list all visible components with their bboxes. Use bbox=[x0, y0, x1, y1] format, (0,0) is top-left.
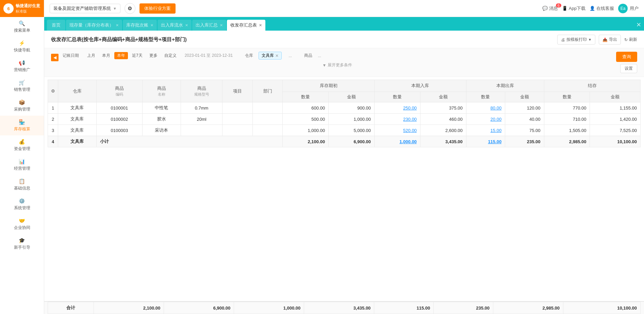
row1-in-amt: 375.00 bbox=[420, 102, 466, 114]
subtotal-bal-qty: 2,985.00 bbox=[544, 136, 590, 147]
tab-inventory-dist-label: 现存量（库存分布表） bbox=[69, 22, 114, 28]
row3-dept bbox=[252, 125, 283, 136]
row1-project bbox=[222, 102, 253, 114]
system-name-dropdown[interactable]: 装备及固定资产辅助管理系统 ▼ bbox=[50, 4, 120, 13]
set-button[interactable]: 设置 bbox=[620, 64, 637, 73]
row2-bal-amt: 1,420.00 bbox=[590, 114, 641, 125]
logo-title: 畅捷通好生意 bbox=[16, 3, 40, 9]
row3-open-qty: 1,000.00 bbox=[283, 125, 329, 136]
export-button[interactable]: 📤 导出 bbox=[599, 35, 621, 45]
tab-flow[interactable]: 出入库流水 ✕ bbox=[158, 20, 192, 31]
row1-in-qty[interactable]: 250.00 bbox=[374, 102, 420, 114]
expand-button[interactable]: ▼ 展开更多条件 bbox=[323, 62, 352, 68]
sidebar-item-guide[interactable]: 🎓 新手引导 bbox=[0, 234, 44, 254]
sidebar-item-basic[interactable]: 📋 基础信息 bbox=[0, 175, 44, 195]
subtotal-in-qty[interactable]: 1,000.00 bbox=[374, 136, 420, 147]
row1-code: 0100001 bbox=[96, 102, 142, 114]
tab-stock-summary[interactable]: 收发存汇总表 ✕ bbox=[227, 20, 265, 31]
try-industry-button[interactable]: 体验行业方案 bbox=[139, 3, 176, 14]
warehouse-tag-text: 文具库 bbox=[262, 53, 274, 59]
col-out-qty-header: 数量 bbox=[466, 92, 505, 102]
row2-out-qty[interactable]: 20.00 bbox=[466, 114, 505, 125]
app-download-label: App下载 bbox=[569, 5, 585, 12]
sidebar-item-sales[interactable]: 🛒 销售管理 bbox=[0, 76, 44, 96]
date-shortcut-this-year[interactable]: 本年 bbox=[114, 52, 128, 59]
tab-batch-close[interactable]: ✕ bbox=[150, 23, 153, 28]
sidebar-item-system[interactable]: ⚙️ 系统管理 bbox=[0, 195, 44, 214]
sidebar-item-label: 基础信息 bbox=[14, 185, 30, 191]
col-out-amt-header: 金额 bbox=[505, 92, 544, 102]
enterprise-icon: 🤝 bbox=[19, 218, 25, 224]
date-shortcut-7days[interactable]: 近7天 bbox=[129, 52, 145, 59]
total-label: 合计 bbox=[48, 302, 94, 314]
finance-icon: 💰 bbox=[19, 139, 25, 145]
date-shortcut-custom[interactable]: 自定义 bbox=[162, 52, 179, 59]
logo-sub: 标准版 bbox=[16, 9, 40, 14]
sidebar-item-label: 搜索菜单 bbox=[14, 28, 30, 33]
online-service-action[interactable]: 👤 在线客服 bbox=[590, 5, 614, 12]
col-spec-header: 商品规格型号 bbox=[181, 80, 222, 102]
app-download-action[interactable]: 📱 App下载 bbox=[562, 5, 585, 12]
col-warehouse-header: 仓库 bbox=[58, 80, 97, 102]
tab-summary[interactable]: 出入库汇总 ✕ bbox=[192, 20, 226, 31]
warehouse-tag-close[interactable]: ✕ bbox=[275, 53, 279, 58]
sidebar-item-marketing[interactable]: 📢 营销推广 bbox=[0, 56, 44, 76]
refresh-button[interactable]: ↻ 刷新 bbox=[624, 37, 637, 43]
date-shortcut-more[interactable]: 更多 bbox=[147, 52, 160, 59]
total-bal-amt: 10,100.00 bbox=[563, 302, 641, 314]
system-icon: ⚙️ bbox=[19, 198, 25, 204]
sidebar-item-inventory[interactable]: 🏪 库存核算 bbox=[0, 116, 44, 135]
query-button[interactable]: 查询 bbox=[616, 52, 637, 62]
tab-summary-label: 出入库汇总 bbox=[196, 22, 218, 28]
row3-out-qty[interactable]: 15.00 bbox=[466, 125, 505, 136]
filter-toggle-button[interactable]: ◀ bbox=[51, 54, 59, 61]
row2-project bbox=[222, 114, 253, 125]
tab-stock-summary-close[interactable]: ✕ bbox=[259, 23, 262, 28]
message-action[interactable]: 💬 消息 6 bbox=[542, 5, 558, 12]
close-all-button[interactable]: ✕ bbox=[636, 21, 641, 31]
total-open-amt: 6,900.00 bbox=[164, 302, 234, 314]
col-open-amt-header: 金额 bbox=[329, 92, 375, 102]
tab-flow-close[interactable]: ✕ bbox=[185, 23, 188, 28]
refresh-icon: ↻ bbox=[624, 37, 628, 42]
date-range-label: 2023-01-01 至 2023-12-31 bbox=[185, 53, 233, 59]
tab-batch[interactable]: 库存批次账 ✕ bbox=[123, 20, 157, 31]
subtotal-out-qty[interactable]: 115.00 bbox=[466, 136, 505, 147]
sidebar-item-finance[interactable]: 💰 资金管理 bbox=[0, 135, 44, 155]
total-in-qty: 1,000.00 bbox=[234, 302, 304, 314]
sidebar-item-operation[interactable]: 📊 经营管理 bbox=[0, 155, 44, 175]
row1-out-qty[interactable]: 80.00 bbox=[466, 102, 505, 114]
tab-inventory-dist-close[interactable]: ✕ bbox=[116, 23, 119, 28]
sidebar-item-purchase[interactable]: 📦 采购管理 bbox=[0, 96, 44, 116]
date-shortcut-last-month[interactable]: 上月 bbox=[84, 52, 98, 59]
sidebar-item-label: 快捷导航 bbox=[14, 47, 30, 53]
col-code-header: 商品编码 bbox=[96, 80, 142, 102]
marketing-icon: 📢 bbox=[19, 60, 25, 66]
tab-inventory-dist[interactable]: 现存量（库存分布表） ✕ bbox=[66, 20, 122, 31]
row2-warehouse: 文具库 bbox=[58, 114, 97, 125]
refresh-label: 刷新 bbox=[629, 37, 637, 43]
col-settings[interactable]: ⚙ bbox=[48, 80, 58, 102]
logo-icon: 6 bbox=[3, 3, 14, 14]
sidebar-item-label: 库存核算 bbox=[14, 126, 30, 132]
row2-in-qty[interactable]: 230.00 bbox=[374, 114, 420, 125]
sidebar-item-search[interactable]: 🔍 搜索菜单 bbox=[0, 17, 44, 37]
sidebar-item-quick[interactable]: ⚡ 快捷导航 bbox=[0, 37, 44, 56]
print-button[interactable]: 🖨 按模板打印 ▼ bbox=[557, 35, 595, 45]
download-icon: 📱 bbox=[562, 6, 567, 11]
tab-home[interactable]: 首页 bbox=[47, 20, 65, 31]
date-shortcut-this-month[interactable]: 本月 bbox=[99, 52, 113, 59]
sidebar-item-enterprise[interactable]: 🤝 企业协同 bbox=[0, 214, 44, 234]
message-badge: 6 bbox=[556, 3, 561, 7]
row3-no: 3 bbox=[48, 125, 58, 136]
row3-in-qty[interactable]: 520.00 bbox=[374, 125, 420, 136]
tab-summary-close[interactable]: ✕ bbox=[220, 23, 223, 28]
warehouse-more[interactable]: ... bbox=[288, 53, 292, 58]
goods-more[interactable]: ... bbox=[318, 53, 321, 58]
page-title: 收发存汇总表(按仓库+商品编码+商品+规格型号+项目+部门) bbox=[51, 36, 187, 43]
subtotal-warehouse: 文具库 bbox=[58, 136, 97, 147]
subtotal-bal-amt: 10,100.00 bbox=[590, 136, 641, 147]
gear-button[interactable]: ⚙ bbox=[125, 3, 135, 14]
user-menu[interactable]: Ea 用户 bbox=[618, 4, 639, 13]
col-opening-header: 库存期初 bbox=[283, 80, 375, 92]
